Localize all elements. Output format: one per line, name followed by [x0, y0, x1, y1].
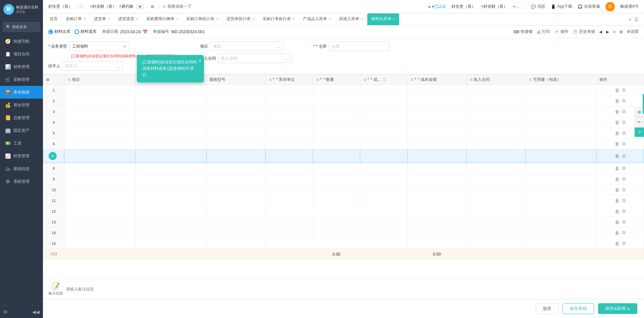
row-spec[interactable] [206, 217, 265, 227]
copy-row-btn[interactable]: ⧉ [622, 87, 626, 94]
row-costamt[interactable] [407, 96, 466, 106]
copy-row-btn[interactable]: ⧉ [622, 240, 626, 247]
right-panel-btn-3[interactable]: ↗ [635, 127, 644, 137]
tab-close-icon[interactable]: × [108, 17, 110, 21]
tab-close-icon[interactable]: × [361, 17, 363, 21]
delete-row-btn[interactable]: 🗑 [614, 119, 620, 126]
tab-material-outbound[interactable]: 材料出库单 × [367, 13, 399, 25]
row-material[interactable] [135, 206, 206, 217]
row-income[interactable] [467, 195, 526, 206]
delete-row-btn[interactable]: 🗑 [614, 197, 620, 204]
row-cost[interactable] [360, 184, 407, 195]
nav-next-btn[interactable]: ▶ [606, 30, 609, 34]
row-project[interactable] [64, 163, 136, 174]
row-spec[interactable] [206, 238, 265, 249]
row-unit[interactable] [265, 139, 313, 149]
row-unit[interactable] [265, 163, 313, 174]
row-costamt[interactable] [407, 227, 466, 238]
row-income[interactable] [467, 117, 526, 128]
topbar-link-2[interactable]: +易代账 [119, 4, 133, 9]
row-unit[interactable] [265, 128, 313, 139]
row-qty[interactable] [313, 227, 360, 238]
row-material[interactable] [135, 117, 206, 128]
row-costamt[interactable] [407, 206, 466, 217]
row-qty[interactable] [313, 163, 360, 174]
row-project[interactable] [64, 117, 136, 128]
row-material[interactable] [135, 85, 206, 96]
tab-close-icon[interactable]: × [253, 17, 255, 21]
row-project[interactable] [64, 238, 136, 249]
row-qty[interactable] [313, 117, 360, 128]
row-available[interactable] [526, 96, 597, 106]
tab-close-icon[interactable]: × [329, 17, 331, 21]
row-costamt[interactable] [407, 117, 466, 128]
row-project[interactable] [64, 128, 136, 139]
copy-row-btn[interactable]: ⧉ [622, 129, 626, 137]
row-costamt[interactable] [407, 106, 466, 117]
row-income[interactable] [467, 85, 526, 96]
business-type-input[interactable]: 工程领料 ▼ [69, 42, 129, 51]
delete-row-btn[interactable]: 🗑 [614, 186, 620, 193]
row-cost[interactable] [360, 128, 407, 139]
copy-row-btn[interactable]: ⧉ [622, 108, 626, 115]
row-unit[interactable] [265, 117, 313, 128]
row-project[interactable] [64, 106, 136, 117]
message-btn[interactable]: 💬 消息 [531, 4, 545, 9]
row-cost[interactable] [360, 139, 407, 149]
delete-row-btn[interactable]: 🗑 [614, 97, 620, 104]
nav-prev-btn[interactable]: ◀ [599, 30, 602, 34]
copy-row-btn[interactable]: ⧉ [622, 208, 626, 215]
row-unit[interactable] [265, 238, 313, 249]
row-project[interactable] [64, 195, 136, 206]
sidebar-item-purchase[interactable]: 🛒 采购管理 [0, 73, 43, 86]
row-income-active[interactable] [467, 149, 526, 163]
row-income[interactable] [467, 128, 526, 139]
row-available[interactable] [526, 106, 597, 117]
tab-inbound[interactable]: 进货单 × [90, 13, 114, 25]
delete-row-btn[interactable]: 🗑 [614, 218, 620, 225]
row-available[interactable] [526, 238, 597, 249]
tab-close-icon[interactable]: × [293, 17, 295, 21]
row-spec[interactable] [206, 96, 265, 106]
sidebar-item-inventory[interactable]: 📦 库存核算 [0, 86, 43, 99]
row-cost[interactable] [360, 217, 407, 227]
copy-row-btn[interactable]: ⧉ [622, 140, 626, 147]
radio-material-out[interactable]: 材料出库 [48, 29, 70, 35]
row-income[interactable] [467, 206, 526, 217]
save-new-btn[interactable]: 保存&新增 ∧ [598, 303, 637, 314]
sidebar-item-navigation[interactable]: 🧭 快捷导航 [0, 35, 43, 48]
delete-row-btn[interactable]: 🗑 [614, 165, 620, 172]
row-unit[interactable] [265, 195, 313, 206]
row-spec[interactable] [206, 227, 265, 238]
row-costamt[interactable] [407, 238, 466, 249]
tab-settings-icon[interactable]: ☰ [634, 17, 639, 22]
tab-inbound-return[interactable]: 进货退货 × [114, 13, 142, 25]
row-income[interactable] [467, 238, 526, 249]
notes-input[interactable] [66, 287, 639, 292]
copy-row-btn[interactable]: ⧉ [622, 119, 626, 126]
copy-row-btn[interactable]: ⧉ [622, 165, 626, 172]
row-spec[interactable] [206, 117, 265, 128]
collapse-btn[interactable]: ◀◀ [32, 309, 40, 315]
discard-btn[interactable]: 放弃 [536, 303, 558, 314]
row-unit[interactable] [265, 96, 313, 106]
tab-purchase-expense[interactable]: 采购费用分摊单 × [142, 13, 182, 25]
row-spec[interactable] [206, 163, 265, 174]
row-costamt[interactable] [407, 85, 466, 96]
delete-row-btn[interactable]: 🗑 [614, 208, 620, 215]
row-cost[interactable] [360, 106, 407, 117]
row-project[interactable] [64, 206, 136, 217]
user-avatar[interactable]: 财 [605, 2, 615, 11]
row-qty[interactable] [313, 206, 360, 217]
row-project[interactable] [64, 96, 136, 106]
sidebar-item-base-info[interactable]: 🗂 基础信息 [0, 162, 43, 175]
row-income[interactable] [467, 163, 526, 174]
topbar-link-6[interactable]: +好业财（首） [481, 4, 507, 9]
row-qty[interactable] [313, 128, 360, 139]
copy-row-btn[interactable]: ⧉ [622, 175, 626, 182]
row-available[interactable] [526, 184, 597, 195]
row-material[interactable] [135, 184, 206, 195]
row-unit[interactable] [265, 227, 313, 238]
copy-row-btn[interactable]: ⧉ [622, 153, 626, 160]
row-qty[interactable] [313, 85, 360, 96]
